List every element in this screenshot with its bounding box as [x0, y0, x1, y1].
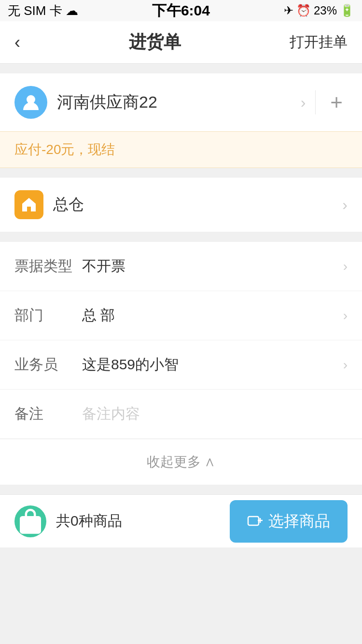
warehouse-row[interactable]: 总仓 › [0, 178, 362, 232]
person-icon [21, 93, 41, 112]
status-left: 无 SIM 卡 ☁ [8, 2, 78, 19]
svg-rect-1 [20, 516, 41, 534]
warehouse-icon-bg [14, 190, 43, 219]
select-product-icon [247, 515, 264, 528]
warehouse-chevron-icon: › [342, 196, 348, 214]
battery-level: 23% [314, 4, 337, 17]
svg-rect-2 [248, 517, 259, 525]
supplier-avatar [14, 86, 47, 119]
remark-row[interactable]: 备注 备注内容 [0, 390, 362, 439]
status-right: ✈ ⏰ 23% 🔋 [284, 4, 354, 17]
department-value: 总 部 [82, 306, 343, 325]
select-product-label: 选择商品 [268, 511, 330, 532]
status-time: 下午6:04 [152, 1, 210, 21]
salesperson-value: 这是859的小智 [82, 355, 343, 375]
invoice-type-row[interactable]: 票据类型 不开票 › [0, 242, 362, 291]
warehouse-section: 总仓 › [0, 178, 362, 232]
supplier-chevron-icon: › [301, 94, 306, 112]
bottom-bar: 共0种商品 选择商品 [0, 494, 362, 547]
salesperson-row[interactable]: 业务员 这是859的小智 › [0, 340, 362, 390]
house-icon [20, 196, 38, 213]
form-section: 票据类型 不开票 › 部门 总 部 › 业务员 这是859的小智 › 备注 备注… [0, 242, 362, 485]
notice-text: 应付-20元，现结 [14, 142, 115, 157]
salesperson-label: 业务员 [14, 355, 82, 375]
vertical-divider [315, 90, 316, 114]
department-row[interactable]: 部门 总 部 › [0, 291, 362, 340]
salesperson-chevron-icon: › [343, 357, 348, 373]
battery-icon: 🔋 [340, 4, 354, 17]
department-label: 部门 [14, 306, 82, 325]
nav-bar: ‹ 进货单 打开挂单 [0, 21, 362, 64]
supplier-name: 河南供应商22 [57, 91, 301, 113]
status-bar: 无 SIM 卡 ☁ 下午6:04 ✈ ⏰ 23% 🔋 [0, 0, 362, 21]
open-pending-button[interactable]: 打开挂单 [290, 32, 348, 52]
remark-value[interactable]: 备注内容 [82, 404, 348, 424]
bag-icon [14, 505, 46, 537]
location-icon: ✈ [284, 4, 293, 17]
add-supplier-button[interactable]: + [325, 90, 348, 114]
product-icon-bg [14, 505, 46, 537]
remark-label: 备注 [14, 404, 82, 424]
invoice-type-value: 不开票 [82, 256, 343, 276]
invoice-type-chevron-icon: › [343, 259, 348, 274]
department-chevron-icon: › [343, 308, 348, 323]
product-count-text: 共0种商品 [56, 511, 230, 531]
alarm-icon: ⏰ [296, 4, 311, 17]
supplier-section: 河南供应商22 › + 应付-20元，现结 [0, 73, 362, 168]
back-button[interactable]: ‹ [14, 32, 20, 53]
invoice-type-label: 票据类型 [14, 256, 82, 276]
notice-banner: 应付-20元，现结 [0, 131, 362, 168]
page-title: 进货单 [129, 30, 181, 54]
warehouse-name: 总仓 [53, 194, 342, 215]
network-status: 无 SIM 卡 ☁ [8, 2, 78, 19]
top-divider [0, 64, 362, 73]
select-product-button[interactable]: 选择商品 [230, 500, 348, 543]
collapse-button[interactable]: 收起更多 ∧ [0, 439, 362, 485]
supplier-row[interactable]: 河南供应商22 › + [0, 73, 362, 131]
page-background [0, 547, 362, 644]
